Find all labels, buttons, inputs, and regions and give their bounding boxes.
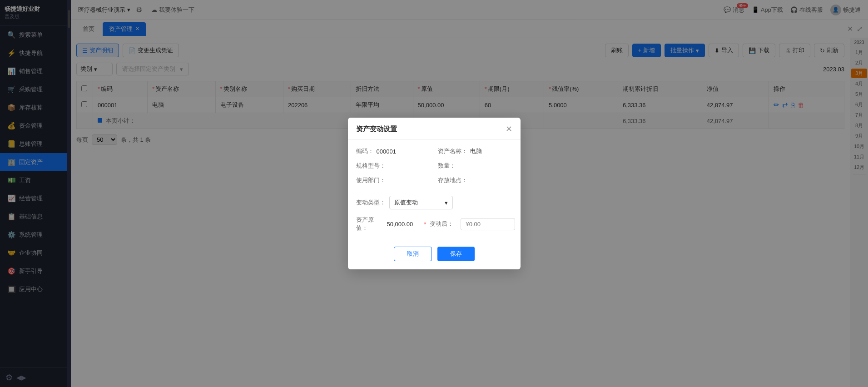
save-button[interactable]: 保存 xyxy=(437,247,475,261)
modal-asset-value: 50,000.00 xyxy=(387,221,413,228)
modal-value-row: 资产原值： 50,000.00 * 变动后： xyxy=(356,216,512,232)
required-mark: * xyxy=(424,221,426,228)
modal-location-field: 存放地点： xyxy=(438,176,512,184)
modal-spec-field: 规格型号： xyxy=(356,162,431,170)
modal-header: 资产变动设置 ✕ xyxy=(348,118,521,140)
modal-row-3: 使用部门： 存放地点： xyxy=(356,176,512,184)
modal-title: 资产变动设置 xyxy=(356,125,397,134)
change-type-select[interactable]: 原值变动 ▾ xyxy=(389,196,453,209)
modal-quantity-field: 数量： xyxy=(438,162,512,170)
modal-divider xyxy=(356,191,512,191)
modal-code-field: 编码： 000001 xyxy=(356,147,431,155)
modal-footer: 取消 保存 xyxy=(348,242,521,269)
modal-asset-name-field: 资产名称： 电脑 xyxy=(438,147,512,155)
change-type-dropdown-icon: ▾ xyxy=(445,199,448,206)
cancel-button[interactable]: 取消 xyxy=(394,247,432,261)
modal-close-btn[interactable]: ✕ xyxy=(506,124,512,134)
modal-row-2: 规格型号： 数量： xyxy=(356,162,512,170)
modal-change-type-row: 变动类型： 原值变动 ▾ xyxy=(356,196,512,209)
modal-overlay: 资产变动设置 ✕ 编码： 000001 资产名称： 电脑 规格型号： xyxy=(0,0,868,387)
modal-department-field: 使用部门： xyxy=(356,176,431,184)
modal-code-value: 000001 xyxy=(377,148,396,155)
modal-body: 编码： 000001 资产名称： 电脑 规格型号： 数量： xyxy=(348,140,521,242)
asset-change-modal: 资产变动设置 ✕ 编码： 000001 资产名称： 电脑 规格型号： xyxy=(348,118,521,269)
modal-row-1: 编码： 000001 资产名称： 电脑 xyxy=(356,147,512,155)
after-change-input[interactable] xyxy=(461,218,515,230)
modal-asset-name-value: 电脑 xyxy=(470,147,482,155)
